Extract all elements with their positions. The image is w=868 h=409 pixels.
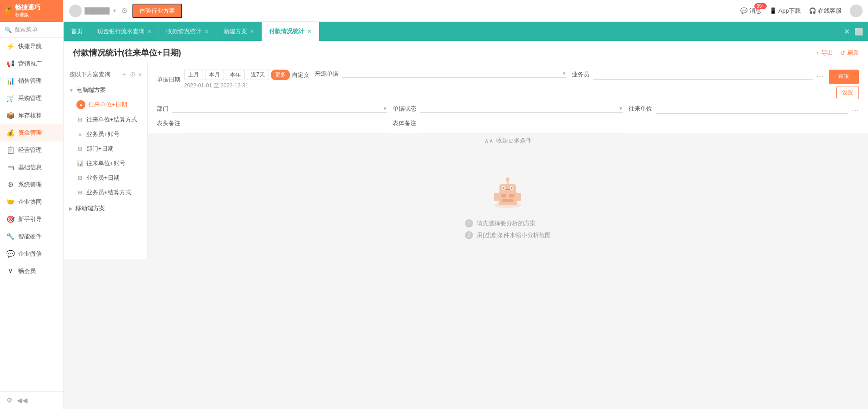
- last-7-days-btn[interactable]: 近7天: [247, 70, 269, 80]
- footer-collapse-icon[interactable]: ◀◀: [17, 396, 28, 404]
- svg-point-8: [503, 187, 504, 189]
- dept-select[interactable]: ▼: [172, 105, 387, 113]
- scheme-panel-actions: ＋ ⊙ «: [121, 71, 142, 79]
- scheme-item-dept-date[interactable]: ⊞ 部门+日期: [64, 141, 147, 156]
- scheme-item-unit-date[interactable]: ● 往来单位+日期: [64, 97, 147, 112]
- sidebar-item-enterprise[interactable]: 🤝 企业协同: [0, 193, 63, 211]
- basicinfo-icon: 🗃: [6, 164, 15, 172]
- svg-rect-4: [502, 199, 514, 202]
- tab-close-payments[interactable]: ✕: [307, 29, 311, 35]
- staff-dots-icon[interactable]: …: [816, 71, 823, 79]
- query-button[interactable]: 查询: [829, 70, 859, 84]
- topbar-user: ██████ ▼: [69, 5, 117, 17]
- scheme-item-staff-settle[interactable]: ⊞ 业务员+结算方式: [64, 185, 147, 200]
- page-header: 付款情况统计(往来单位+日期) ↑ 导出 ↺ 刷新: [64, 41, 868, 63]
- svg-rect-3: [509, 194, 514, 197]
- sidebar-item-basicinfo[interactable]: 🗃 基础信息: [0, 159, 63, 176]
- sidebar-item-guide[interactable]: 🎯 新手引导: [0, 211, 63, 228]
- more-date-btn[interactable]: 更多: [271, 70, 290, 80]
- voucher-select[interactable]: ▼: [420, 105, 623, 113]
- footer-settings-icon[interactable]: ⚙: [6, 396, 12, 404]
- sidebar-search[interactable]: 🔍 搜索菜单: [0, 22, 63, 38]
- online-service-button[interactable]: 🎧 在线客服: [809, 7, 842, 15]
- empty-illustration: [485, 167, 530, 212]
- window-close-icon[interactable]: ✕: [844, 27, 850, 36]
- active-scheme-icon: ●: [76, 100, 85, 109]
- member-icon: V: [6, 268, 15, 274]
- empty-tip-2: 2 用[过滤]条件来缩小分析范围: [465, 229, 551, 241]
- sidebar-item-marketing[interactable]: 📢 营销推广: [0, 55, 63, 72]
- export-button[interactable]: ↑ 导出: [817, 49, 833, 57]
- user-name: ██████: [85, 7, 110, 14]
- tab-payments[interactable]: 付款情况统计 ✕: [262, 22, 319, 41]
- tab-receipts[interactable]: 收款情况统计 ✕: [159, 22, 216, 41]
- topbar: ██████ ▼ ⚙ 体验行业方案 💬 消息 99+ 📱 App下载 🎧 在线客…: [64, 0, 868, 22]
- messages-button[interactable]: 💬 消息 99+: [740, 7, 761, 15]
- message-badge: 99+: [754, 3, 767, 9]
- scheme-chart-icon: 📊: [76, 160, 84, 167]
- topbar-gear-icon[interactable]: ⚙: [121, 6, 128, 15]
- collapse-up-icon: ∧∧: [484, 137, 494, 144]
- last-month-btn[interactable]: 上月: [184, 70, 203, 80]
- partner-input[interactable]: [656, 104, 848, 114]
- scheme-item-staff-account[interactable]: ≡ 业务员+账号: [64, 127, 147, 141]
- source-arrow-icon: ▼: [562, 71, 566, 76]
- tab-close-receipts[interactable]: ✕: [205, 29, 209, 35]
- staff-input[interactable]: [593, 70, 813, 80]
- body-note-input[interactable]: [420, 118, 623, 128]
- scheme-group-mobile-title[interactable]: ▶ 移动端方案: [64, 202, 147, 215]
- logo-icon: 🍊: [5, 7, 12, 15]
- settings-button[interactable]: 设置: [836, 86, 859, 99]
- sidebar-item-member[interactable]: V 畅会员: [0, 263, 63, 280]
- tab-close-cash-flow[interactable]: ✕: [147, 29, 151, 35]
- sidebar-nav: ⚡ 快捷导航 📢 营销推广 📊 销售管理 🛒 采购管理 📦 库存核算 💰 资金管…: [0, 38, 63, 391]
- wechat-icon: 💬: [6, 250, 15, 258]
- trial-button[interactable]: 体验行业方案: [132, 4, 182, 18]
- tab-home[interactable]: 首页: [64, 22, 90, 41]
- sidebar-item-purchase[interactable]: 🛒 采购管理: [0, 90, 63, 107]
- header-note-input[interactable]: [184, 118, 387, 128]
- scheme-panel: 按以下方案查询 ＋ ⊙ « ▼ 电脑端方案 ● 往来单位+日期: [64, 63, 148, 259]
- inventory-icon: 📦: [6, 111, 15, 120]
- sidebar-item-wechat[interactable]: 💬 企业微信: [0, 245, 63, 263]
- scheme-group-desktop-title[interactable]: ▼ 电脑端方案: [64, 83, 147, 97]
- sidebar-item-hardware[interactable]: 🔧 智能硬件: [0, 228, 63, 245]
- staff-label: 业务员: [572, 71, 589, 79]
- scheme-item-staff-date[interactable]: ⊞ 业务员+日期: [64, 171, 147, 185]
- group-arrow-icon: ▼: [69, 88, 74, 93]
- svg-rect-2: [501, 194, 506, 197]
- sidebar-item-operation[interactable]: 📋 经营管理: [0, 141, 63, 159]
- custom-date-btn[interactable]: 自定义: [292, 71, 309, 79]
- sidebar-item-system[interactable]: ⚙ 系统管理: [0, 176, 63, 193]
- sidebar-item-inventory[interactable]: 📦 库存核算: [0, 107, 63, 124]
- sidebar-item-sales[interactable]: 📊 销售管理: [0, 72, 63, 90]
- tab-new-scheme[interactable]: 新建方案 ✕: [216, 22, 262, 41]
- source-select[interactable]: ▼: [342, 70, 567, 78]
- window-max-icon[interactable]: ⬜: [854, 27, 863, 36]
- data-area: 1 请先选择要分析的方案 2 用[过滤]条件来缩小分析范围: [148, 148, 868, 259]
- shortcut-icon: ⚡: [6, 42, 15, 50]
- page-content: 按以下方案查询 ＋ ⊙ « ▼ 电脑端方案 ● 往来单位+日期: [64, 63, 868, 259]
- sidebar-item-capital[interactable]: 💰 资金管理: [0, 124, 63, 141]
- message-icon: 💬: [740, 7, 748, 14]
- refresh-button[interactable]: ↺ 刷新: [840, 49, 859, 57]
- this-year-btn[interactable]: 本年: [226, 70, 245, 80]
- filter-header-note-col: 表头备注: [157, 118, 387, 128]
- scheme-settings-button[interactable]: ⊙: [130, 71, 135, 79]
- collapse-filter-button[interactable]: ∧∧ 收起更多条件: [148, 133, 868, 148]
- app-download-button[interactable]: 📱 App下载: [769, 7, 801, 15]
- tab-close-new-scheme[interactable]: ✕: [250, 29, 254, 35]
- scheme-item-unit-account[interactable]: 📊 往来单位+账号: [64, 156, 147, 171]
- partner-dots-icon[interactable]: …: [852, 105, 859, 113]
- this-month-btn[interactable]: 本月: [205, 70, 224, 80]
- filter-dept-col: 部门 ▼: [157, 105, 387, 113]
- filter-body-note-col: 表体备注: [393, 118, 623, 128]
- scheme-item-unit-settle[interactable]: ⊞ 往来单位+结算方式: [64, 112, 147, 127]
- voucher-label: 单据状态: [393, 105, 416, 113]
- partner-label: 往来单位: [629, 105, 652, 113]
- sidebar-item-shortcut[interactable]: ⚡ 快捷导航: [0, 38, 63, 55]
- scheme-collapse-button[interactable]: «: [138, 71, 142, 79]
- tab-cash-flow[interactable]: 现金银行流水查询 ✕: [90, 22, 159, 41]
- scheme-add-button[interactable]: ＋: [121, 71, 127, 79]
- svg-point-9: [511, 187, 513, 189]
